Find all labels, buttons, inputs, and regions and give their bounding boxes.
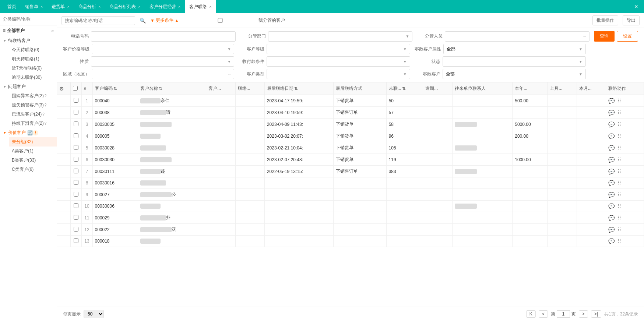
- sidebar-problem-customers-header[interactable]: ▼ 问题客户: [0, 82, 57, 91]
- all-customers-header[interactable]: ⠿ 全部客户 «: [0, 25, 57, 36]
- customer-level-select[interactable]: ▼: [267, 44, 410, 54]
- contact-method-link[interactable]: 下销售订单: [336, 110, 358, 115]
- nav-home[interactable]: 首页: [3, 0, 21, 13]
- row-checkbox[interactable]: [74, 110, 78, 114]
- prev-page-button[interactable]: <: [539, 310, 548, 318]
- contact-icon[interactable]: 💬: [608, 215, 615, 221]
- sidebar-abnormal-customers[interactable]: 囤购异常客户(2) ?: [9, 91, 57, 100]
- sidebar-search-input[interactable]: [3, 17, 57, 22]
- contact-method-link[interactable]: 下销货单: [336, 133, 353, 138]
- contact-icon[interactable]: 💬: [608, 180, 615, 186]
- more-action-icon[interactable]: ⠿: [617, 203, 621, 209]
- row-checkbox[interactable]: [74, 121, 78, 126]
- row-checkbox[interactable]: [74, 145, 78, 150]
- row-checkbox[interactable]: [74, 238, 78, 243]
- contact-icon[interactable]: 💬: [608, 145, 615, 151]
- close-customer-contact[interactable]: ×: [209, 4, 211, 9]
- batch-operation-button[interactable]: 批量操作: [592, 15, 618, 25]
- my-customers-checkbox[interactable]: [183, 18, 257, 23]
- contact-method-link[interactable]: 下销货单: [336, 98, 353, 103]
- nav-purchase-order[interactable]: 进货单 ×: [47, 0, 74, 13]
- dept-select[interactable]: ▼: [268, 31, 413, 42]
- global-close-button[interactable]: ×: [631, 3, 641, 11]
- export-button[interactable]: 导出: [623, 15, 640, 25]
- more-conditions-button[interactable]: ▼ 更多条件 ▲: [150, 17, 179, 24]
- more-action-icon[interactable]: ⠿: [617, 110, 621, 116]
- more-action-icon[interactable]: ⠿: [617, 133, 621, 139]
- contact-method-link[interactable]: 下销售订单: [336, 169, 358, 174]
- manager-select[interactable]: ···: [445, 31, 590, 42]
- more-action-icon[interactable]: ⠿: [617, 180, 621, 186]
- more-action-icon[interactable]: ⠿: [617, 215, 621, 221]
- nav-product-analysis[interactable]: 商品分析 ×: [74, 0, 105, 13]
- page-input[interactable]: [557, 310, 570, 318]
- retail-customer-select[interactable]: 全部 ▼: [443, 69, 586, 79]
- row-checkbox[interactable]: [74, 98, 78, 103]
- sidebar-7day-pending[interactable]: 近7天待联络(0): [9, 64, 57, 73]
- sidebar-churned[interactable]: 已流失客户(24) ?: [9, 110, 57, 119]
- nature-select[interactable]: ▼: [91, 56, 234, 67]
- row-checkbox[interactable]: [74, 133, 78, 138]
- per-page-select[interactable]: 50 100: [84, 310, 104, 318]
- more-action-icon[interactable]: ⠿: [617, 227, 621, 233]
- more-action-icon[interactable]: ⠿: [617, 238, 621, 244]
- sidebar-ungrouped[interactable]: 未分组(32): [9, 137, 57, 147]
- col-no-contact[interactable]: 未联...⇅: [386, 82, 423, 95]
- more-action-icon[interactable]: ⠿: [617, 145, 621, 151]
- contact-icon[interactable]: 💬: [608, 121, 615, 127]
- contact-method-link[interactable]: 下销货单: [336, 145, 353, 150]
- gear-icon[interactable]: ⚙: [59, 86, 64, 92]
- sidebar-tomorrow-pending[interactable]: 明天待联络(1): [9, 54, 57, 64]
- status-select[interactable]: ▼: [443, 56, 586, 67]
- row-checkbox[interactable]: [74, 169, 78, 173]
- sidebar-pending-contact-header[interactable]: ▼ 待联络客户: [0, 36, 57, 45]
- row-checkbox[interactable]: [74, 203, 78, 208]
- close-customer-layer[interactable]: ×: [178, 4, 180, 9]
- retail-attr-select[interactable]: 全部 ▼: [443, 44, 586, 54]
- close-product-analysis[interactable]: ×: [98, 4, 101, 9]
- sidebar-overdue-pending[interactable]: 逾期未联络(30): [9, 73, 57, 82]
- contact-icon[interactable]: 💬: [608, 98, 615, 104]
- more-action-icon[interactable]: ⠿: [617, 157, 621, 163]
- search-button[interactable]: 🔍: [140, 18, 146, 24]
- col-name[interactable]: 客户名称⇅: [138, 82, 206, 95]
- refresh-icon[interactable]: 🔄: [27, 130, 33, 135]
- phone-input[interactable]: [91, 31, 236, 42]
- contact-icon[interactable]: 💬: [608, 227, 615, 233]
- sidebar-value-customers-header[interactable]: ▼ 价值客户 🔄 !: [0, 128, 57, 137]
- contact-icon[interactable]: 💬: [608, 238, 615, 244]
- contact-icon[interactable]: 💬: [608, 169, 615, 174]
- reset-button[interactable]: 设置: [617, 31, 638, 42]
- select-all-checkbox[interactable]: [73, 86, 78, 91]
- more-action-icon[interactable]: ⠿: [617, 121, 621, 127]
- sidebar-a-customers[interactable]: A类客户(1): [9, 147, 57, 156]
- contact-icon[interactable]: 💬: [608, 192, 615, 198]
- customer-type-select[interactable]: ▼: [267, 69, 410, 79]
- more-action-icon[interactable]: ⠿: [617, 98, 621, 104]
- nav-product-analysis-list[interactable]: 商品分析列表 ×: [105, 0, 145, 13]
- nav-customer-contact[interactable]: 客户联络 ×: [185, 0, 216, 13]
- sidebar-b-customers[interactable]: B类客户(33): [9, 156, 57, 165]
- my-customers-checkbox-label[interactable]: 我分管的客户: [183, 17, 285, 24]
- row-checkbox[interactable]: [74, 215, 78, 220]
- nav-customer-layer[interactable]: 客户分层经营 ×: [145, 0, 185, 13]
- row-checkbox[interactable]: [74, 180, 78, 185]
- search-input[interactable]: [61, 16, 135, 25]
- contact-method-link[interactable]: 下销货单: [336, 121, 353, 127]
- contact-icon[interactable]: 💬: [608, 157, 615, 163]
- payment-select[interactable]: ▼: [267, 56, 410, 67]
- close-purchase-order[interactable]: ×: [67, 4, 69, 9]
- close-product-analysis-list[interactable]: ×: [138, 4, 140, 9]
- row-checkbox[interactable]: [74, 227, 78, 232]
- query-button[interactable]: 查询: [594, 31, 615, 42]
- first-page-button[interactable]: K: [526, 310, 536, 318]
- col-last-date[interactable]: 最后联络日期⇅: [264, 82, 333, 95]
- more-action-icon[interactable]: ⠿: [617, 192, 621, 198]
- sidebar-c-customers[interactable]: C类客户(6): [9, 165, 57, 174]
- more-action-icon[interactable]: ⠿: [617, 169, 621, 174]
- col-code[interactable]: 客户编码⇅: [92, 82, 138, 95]
- contact-icon[interactable]: 💬: [608, 203, 615, 209]
- row-checkbox[interactable]: [74, 157, 78, 162]
- sidebar-declining[interactable]: 持续下滑客户(2) ?: [9, 119, 57, 128]
- contact-method-link[interactable]: 下销货单: [336, 157, 353, 162]
